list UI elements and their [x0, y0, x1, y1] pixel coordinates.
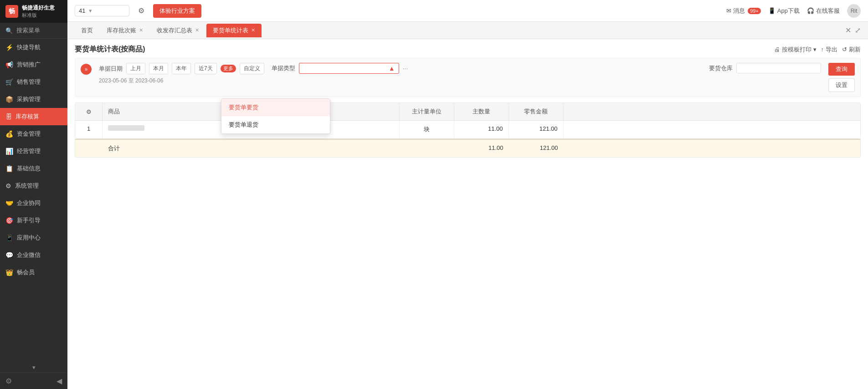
sidebar-logo-text: 畅捷通好生意 标准版: [22, 5, 55, 18]
page-title: 要货单统计表(按商品): [75, 45, 145, 54]
footer-empty-1: [75, 140, 103, 157]
logo-icon: 畅: [5, 5, 18, 18]
cell-no-1: 1: [75, 121, 103, 138]
date-custom-button[interactable]: 自定义: [240, 63, 264, 74]
cell-amount-1: 121.00: [509, 121, 564, 138]
tab-shipment-summary-label: 收发存汇总表: [157, 26, 192, 35]
sidebar-item-system[interactable]: ⚙系统管理: [0, 177, 67, 194]
date-last-7days-button[interactable]: 近7天: [195, 63, 217, 74]
nav-icon-wechat: 💬: [5, 251, 13, 259]
message-button[interactable]: ✉ 消息 99+: [726, 7, 761, 15]
query-button[interactable]: 查询: [828, 63, 855, 76]
tab-order-stats[interactable]: 要货单统计表 ✕: [206, 24, 262, 37]
type-dropdown: 要货单要货 要货单退货: [221, 98, 330, 134]
nav-label-enterprise: 企业协同: [17, 199, 41, 207]
print-chevron-icon: ▾: [813, 46, 817, 53]
table-row: 1 块 11.00 121.00: [75, 121, 860, 138]
nav-label-app: 应用中心: [17, 234, 41, 242]
nav-icon-quick-nav: ⚡: [5, 44, 13, 51]
sidebar-item-enterprise[interactable]: 🤝企业协同: [0, 194, 67, 212]
filter-warehouse-label: 要货仓库: [709, 64, 733, 72]
print-icon: 🖨: [774, 46, 780, 53]
table-gear-header[interactable]: ⚙: [75, 103, 103, 120]
dropdown-item-requisition[interactable]: 要货单要货: [221, 99, 330, 116]
tab-shipment-summary[interactable]: 收发存汇总表 ✕: [150, 24, 205, 37]
sidebar-item-guide[interactable]: 🎯新手引导: [0, 212, 67, 229]
filter-warehouse-input[interactable]: [736, 63, 821, 73]
filter-more-icon[interactable]: ···: [403, 65, 408, 72]
filter-date-group: 单据日期 上月 本月 本年 近7天 更多 自定义 2023-05-06 至 20…: [99, 63, 264, 85]
date-last-month-button[interactable]: 上月: [126, 63, 145, 74]
dropdown-arrow-icon: ▾: [89, 7, 92, 14]
date-this-year-button[interactable]: 本年: [172, 63, 191, 74]
sidebar-search[interactable]: 🔍 搜索菜单: [0, 23, 67, 39]
sidebar-item-sales[interactable]: 🛒销售管理: [0, 73, 67, 91]
nav-label-member: 畅会员: [17, 268, 35, 276]
nav-label-marketing: 营销推广: [17, 61, 41, 69]
tab-home[interactable]: 首页: [75, 24, 99, 37]
main-content: 41 ▾ ⚙ 体验行业方案 ✉ 消息 99+ 📱 App下载 🎧 在线客服 Ri…: [67, 0, 868, 389]
sidebar-item-basic[interactable]: 📋基础信息: [0, 160, 67, 177]
date-more-badge[interactable]: 更多: [221, 65, 236, 72]
store-selector[interactable]: 41 ▾: [75, 5, 129, 16]
print-template-button[interactable]: 🖨 按模板打印 ▾: [774, 46, 817, 54]
tab-order-stats-close[interactable]: ✕: [251, 27, 255, 33]
nav-icon-member: 👑: [5, 269, 13, 276]
message-badge: 99+: [748, 8, 761, 14]
filter-date-label: 单据日期: [99, 65, 123, 73]
filter-date-row: 单据日期 上月 本月 本年 近7天 更多 自定义: [99, 63, 264, 74]
product-placeholder: [108, 125, 144, 131]
date-this-month-button[interactable]: 本月: [149, 63, 168, 74]
dropdown-item-return[interactable]: 要货单退货: [221, 116, 330, 133]
tabs-close-all-button[interactable]: ✕: [845, 26, 851, 35]
nav-icon-purchase: 📦: [5, 96, 13, 103]
sidebar-item-wechat[interactable]: 💬企业微信: [0, 246, 67, 264]
tab-inventory-batch-close[interactable]: ✕: [139, 27, 143, 33]
nav-label-quick-nav: 快捷导航: [17, 43, 41, 51]
tab-home-label: 首页: [81, 26, 93, 35]
sidebar-item-app[interactable]: 📱应用中心: [0, 229, 67, 246]
service-icon: 🎧: [807, 7, 814, 14]
tab-inventory-batch[interactable]: 库存批次账 ✕: [100, 24, 149, 37]
nav-icon-finance: 💰: [5, 130, 13, 138]
refresh-icon: ↺: [842, 46, 847, 53]
nav-icon-enterprise: 🤝: [5, 200, 13, 207]
col-header-quantity: 主数量: [454, 103, 509, 120]
sidebar-item-operation[interactable]: 📊经营管理: [0, 143, 67, 160]
sidebar-scroll-down[interactable]: ▾: [0, 362, 67, 373]
nav-icon-system: ⚙: [5, 182, 11, 189]
nav-icon-sales: 🛒: [5, 78, 13, 86]
filter-type-input[interactable]: [303, 65, 389, 72]
header-gear-button[interactable]: ⚙: [135, 5, 148, 17]
tabs-end-actions: ✕ ⤢: [845, 26, 861, 35]
filter-type-up-icon[interactable]: ▲: [389, 65, 395, 72]
tab-shipment-summary-close[interactable]: ✕: [195, 27, 199, 33]
app-download-button[interactable]: 📱 App下载: [768, 7, 800, 15]
filter-type-input-wrapper: ▲: [299, 63, 399, 74]
trial-button[interactable]: 体验行业方案: [153, 4, 201, 18]
nav-icon-operation: 📊: [5, 148, 13, 155]
nav-icon-marketing: 📢: [5, 61, 13, 68]
sidebar-footer: ⚙ ◀: [0, 373, 67, 389]
sidebar-item-quick-nav[interactable]: ⚡快捷导航: [0, 39, 67, 56]
nav-label-sales: 销售管理: [17, 78, 41, 86]
filter-settings-button[interactable]: 设置: [828, 78, 855, 92]
sidebar-item-member[interactable]: 👑畅会员: [0, 264, 67, 281]
nav-icon-guide: 🎯: [5, 217, 13, 224]
settings-icon[interactable]: ⚙: [5, 377, 12, 385]
collapse-btn[interactable]: ◀: [56, 377, 62, 385]
user-avatar[interactable]: Rit: [847, 4, 861, 18]
tabs-expand-button[interactable]: ⤢: [855, 26, 861, 35]
refresh-button[interactable]: ↺ 刷新: [842, 46, 861, 54]
export-button[interactable]: ↑ 导出: [821, 46, 838, 54]
tab-order-stats-label: 要货单统计表: [213, 26, 248, 35]
sidebar-item-finance[interactable]: 💰资金管理: [0, 125, 67, 143]
filter-date-range: 2023-05-06 至 2023-06-06: [99, 77, 264, 85]
nav-label-system: 系统管理: [15, 182, 39, 190]
sidebar-item-marketing[interactable]: 📢营销推广: [0, 56, 67, 73]
online-service-button[interactable]: 🎧 在线客服: [807, 7, 840, 15]
footer-empty-2: [400, 140, 454, 157]
filter-expand-button[interactable]: »: [81, 64, 92, 75]
sidebar-item-inventory[interactable]: 🗄库存核算: [0, 108, 67, 125]
sidebar-item-purchase[interactable]: 📦采购管理: [0, 91, 67, 108]
